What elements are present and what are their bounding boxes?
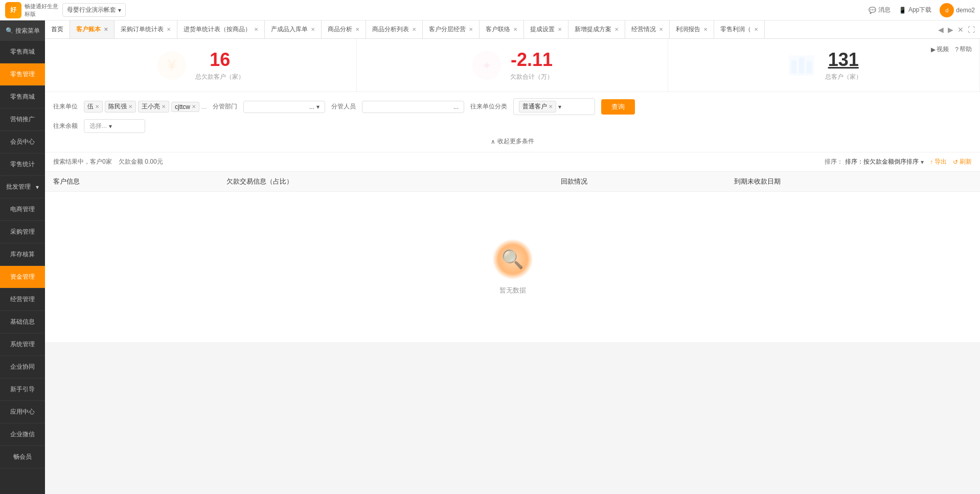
help-btn[interactable]: ? 帮助 [955,45,972,54]
sort-select[interactable]: 排序： 排序：按欠款金额倒序排序 ▾ [825,158,924,166]
remove-tag-wu[interactable]: ✕ [95,104,99,109]
tab-goods-analysis[interactable]: 商品分析 ✕ [322,20,366,39]
filter-area: 往来单位 伍 ✕ 陈民强 ✕ 王小亮 ✕ cjttcw ✕ ... [45,92,980,152]
close-tab-product-in[interactable]: ✕ [311,27,315,32]
sidebar-item-app-center[interactable]: 应用中心 [0,401,45,423]
close-tab-goods-analysis[interactable]: ✕ [355,27,359,32]
sidebar-item-member[interactable]: 会员中心 [0,131,45,153]
tab-customer-accounts[interactable]: 客户账本 ✕ [70,20,115,39]
remove-tag-chen[interactable]: ✕ [128,104,132,109]
chevron-down-icon: ▾ [118,7,121,14]
dept-label: 分管部门 [213,102,237,111]
sidebar-item-ecommerce[interactable]: 电商管理 [0,198,45,221]
tab-product-in[interactable]: 产成品入库单 ✕ [265,20,322,39]
refresh-btn[interactable]: ↺ 刷新 [953,158,972,166]
tab-maximize[interactable]: ⛶ [967,25,976,35]
category-tag[interactable]: 普通客户 ✕ [519,101,556,113]
empty-icon [492,239,533,280]
sidebar-item-quick-nav[interactable]: 零售商城 [0,41,45,63]
sidebar-search-btn[interactable]: 🔍 搜索菜单 [0,20,45,41]
sidebar-item-finance[interactable]: 资金管理 [0,266,45,288]
category-chevron: ▾ [558,103,561,110]
video-btn[interactable]: ▶ 视频 [931,45,949,54]
stats-actions: ▶ 视频 ? 帮助 [931,45,972,54]
close-tab-profit[interactable]: ✕ [703,27,708,32]
sidebar-item-basic[interactable]: 基础信息 [0,311,45,333]
tab-bar-controls: ◀ ▶ ✕ ⛶ [933,25,980,35]
message-btn[interactable]: 💬 消息 [869,6,891,14]
sidebar-item-retail-stats[interactable]: 零售统计 [0,153,45,176]
unit-tag-wang[interactable]: 王小亮 ✕ [138,101,169,113]
close-tab-commission[interactable]: ✕ [558,27,562,32]
sidebar-item-newbie[interactable]: 新手引导 [0,378,45,401]
sidebar-item-enterprise-wechat[interactable]: 企业微信 [0,423,45,446]
collapse-btn[interactable]: ∧ 收起更多条件 [53,137,972,146]
sidebar-item-system[interactable]: 系统管理 [0,333,45,356]
tab-retail-profit[interactable]: 零售利润（ ✕ [714,20,765,39]
tab-customer-contact[interactable]: 客户联络 ✕ [480,20,524,39]
col-debt-info: 欠款交易信息（占比） [218,172,553,192]
remove-category-tag[interactable]: ✕ [549,104,553,109]
close-tab-customer-accounts[interactable]: ✕ [104,27,108,32]
more-tags[interactable]: ... [201,103,207,110]
account-dropdown[interactable]: 母婴行业演示帐套 ▾ [62,3,126,17]
sidebar-item-marketing[interactable]: 营销推广 [0,108,45,131]
svg-rect-7 [807,61,812,73]
remove-tag-wang[interactable]: ✕ [162,104,166,109]
sidebar-item-retail-mall[interactable]: 零售商城 [0,86,45,108]
close-tab-purchase[interactable]: ✕ [167,27,171,32]
close-tab-ops[interactable]: ✕ [659,27,663,32]
sidebar-item-retail[interactable]: 零售管理 [0,63,45,86]
stat-icon-2: ✦ [471,50,502,81]
person-more-icon: ... [453,103,459,110]
tab-home[interactable]: 首页 [45,20,70,39]
unit-tag-chen[interactable]: 陈民强 ✕ [105,101,136,113]
tab-new-commission[interactable]: 新增提成方案 ✕ [568,20,625,39]
tab-scroll-right[interactable]: ▶ [947,25,954,35]
tab-profit-report[interactable]: 利润报告 ✕ [670,20,714,39]
sidebar-item-wholesale[interactable]: 批发管理 ▾ [0,176,45,198]
col-overdue-date: 到期未收款日期 [726,172,980,192]
empty-state: 暂无数据 [53,198,972,336]
sidebar-item-enterprise-collab[interactable]: 企业协同 [0,356,45,378]
sidebar-item-ops[interactable]: 经营管理 [0,288,45,311]
export-btn[interactable]: ↑ 导出 [930,158,947,166]
dept-select[interactable]: ... ▾ [243,101,325,113]
query-button[interactable]: 查询 [601,99,635,115]
stat-icon-3 [786,50,817,81]
tab-goods-in-stats[interactable]: 进货单统计表（按商品） ✕ [177,20,265,39]
close-tab-contact[interactable]: ✕ [513,27,517,32]
close-tab-tier[interactable]: ✕ [469,27,473,32]
tab-scroll-left[interactable]: ◀ [937,25,945,35]
close-tab-goods-list[interactable]: ✕ [412,27,416,32]
tab-customer-tier[interactable]: 客户分层经营 ✕ [423,20,480,39]
tab-close-all[interactable]: ✕ [956,25,965,35]
person-select[interactable]: ... [362,101,464,113]
tab-commission-settings[interactable]: 提成设置 ✕ [524,20,568,39]
stat-number-customers: 16 [195,49,244,71]
dept-chevron: ▾ [316,103,320,110]
top-nav-left: 好 畅捷通好生意 标版 母婴行业演示帐套 ▾ [5,2,126,18]
export-icon: ↑ [930,159,933,166]
remove-tag-cjttcw[interactable]: ✕ [192,104,196,109]
sidebar-item-inventory[interactable]: 库存核算 [0,243,45,266]
balance-select[interactable]: 选择... ▾ [84,119,145,133]
close-tab-new-commission[interactable]: ✕ [614,27,619,32]
close-tab-retail-profit[interactable]: ✕ [754,27,758,32]
sidebar-item-member2[interactable]: 畅会员 [0,446,45,468]
stat-number-debt: -2.11 [510,49,553,71]
app-download-btn[interactable]: 📱 App下载 [899,6,931,14]
chevron-up-icon: ∧ [491,138,495,145]
close-tab-goods-in[interactable]: ✕ [254,27,258,32]
category-select[interactable]: 普通客户 ✕ ▾ [513,98,595,115]
tab-goods-analysis-list[interactable]: 商品分析列表 ✕ [366,20,423,39]
unit-tag-cjttcw[interactable]: cjttcw ✕ [171,102,199,112]
stat-label-customers: 总欠款客户（家） [195,73,244,81]
sidebar-item-purchase[interactable]: 采购管理 [0,221,45,243]
user-avatar[interactable]: d demo2 [940,3,975,17]
unit-tag-wu[interactable]: 伍 ✕ [84,101,103,113]
sort-chevron-icon: ▾ [921,159,924,166]
col-repayment: 回款情况 [553,172,726,192]
tab-purchase-order-stats[interactable]: 采购订单统计表 ✕ [115,20,177,39]
tab-ops-status[interactable]: 经营情况 ✕ [625,20,670,39]
